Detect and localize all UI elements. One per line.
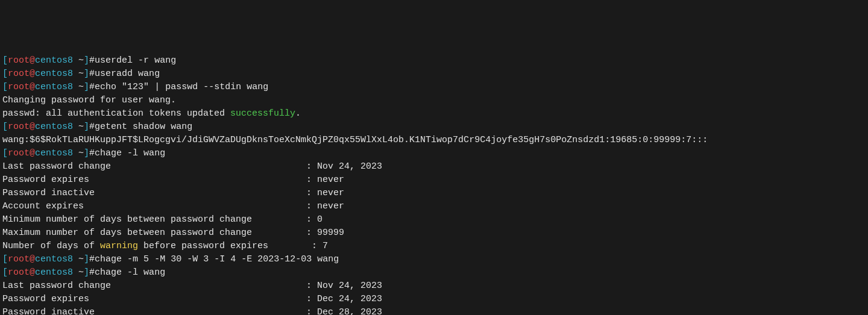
prompt-open: [ bbox=[2, 55, 8, 66]
prompt-hash: # bbox=[89, 122, 95, 132]
prompt-close: ] bbox=[84, 254, 89, 264]
prompt-host: centos8 bbox=[35, 82, 73, 92]
terminal-output[interactable]: [root@centos8 ~]#userdel -r wang [root@c… bbox=[0, 53, 868, 315]
prompt-user: root bbox=[8, 254, 30, 264]
prompt-user: root bbox=[8, 122, 30, 132]
chage1-warning-word: warning bbox=[100, 241, 138, 251]
prompt-user: root bbox=[8, 82, 30, 92]
cmd-chage-set: chage -m 5 -M 30 -W 3 -I 4 -E 2023-12-03… bbox=[95, 254, 339, 264]
chage1-min-days-value: 0 bbox=[317, 214, 322, 225]
prompt-close: ] bbox=[84, 82, 89, 92]
chage1-last-change-value: Nov 24, 2023 bbox=[317, 161, 382, 172]
prompt-open: [ bbox=[2, 122, 8, 132]
prompt-at: @ bbox=[30, 254, 35, 264]
chage2-last-change-label: Last password change : bbox=[2, 281, 317, 291]
chage1-acct-expires-label: Account expires : bbox=[2, 201, 317, 211]
prompt-open: [ bbox=[2, 267, 8, 278]
prompt-tilde: ~ bbox=[73, 254, 84, 264]
chage1-max-days-label: Maximum number of days between password … bbox=[2, 228, 317, 238]
prompt-tilde: ~ bbox=[73, 122, 84, 132]
prompt-close: ] bbox=[84, 122, 89, 132]
out-passwd-changing: Changing password for user wang. bbox=[2, 95, 176, 105]
prompt-user: root bbox=[8, 69, 30, 79]
chage1-pass-inactive-value: never bbox=[317, 188, 344, 198]
prompt-at: @ bbox=[30, 82, 35, 92]
prompt-hash: # bbox=[89, 254, 95, 264]
prompt-tilde: ~ bbox=[73, 267, 84, 278]
chage2-pass-inactive-label: Password inactive : bbox=[2, 307, 317, 315]
cmd-useradd: useradd wang bbox=[95, 69, 160, 79]
prompt-hash: # bbox=[89, 148, 95, 158]
prompt-close: ] bbox=[84, 69, 89, 79]
prompt-hash: # bbox=[89, 69, 95, 79]
prompt-tilde: ~ bbox=[73, 82, 84, 92]
prompt-tilde: ~ bbox=[73, 69, 84, 79]
prompt-tilde: ~ bbox=[73, 148, 84, 158]
prompt-at: @ bbox=[30, 267, 35, 278]
chage1-max-days-value: 99999 bbox=[317, 228, 344, 238]
chage2-pass-expires-value: Dec 24, 2023 bbox=[317, 294, 382, 304]
prompt-host: centos8 bbox=[35, 254, 73, 264]
chage1-warning-value: 7 bbox=[322, 241, 328, 251]
prompt-hash: # bbox=[89, 55, 95, 66]
prompt-host: centos8 bbox=[35, 69, 73, 79]
prompt-open: [ bbox=[2, 82, 8, 92]
chage1-warning-suffix: before password expires : bbox=[138, 241, 322, 251]
chage2-last-change-value: Nov 24, 2023 bbox=[317, 281, 382, 291]
chage1-pass-inactive-label: Password inactive : bbox=[2, 188, 317, 198]
chage2-pass-expires-label: Password expires : bbox=[2, 294, 317, 304]
cmd-chage-list-1: chage -l wang bbox=[95, 148, 165, 158]
prompt-at: @ bbox=[30, 148, 35, 158]
out-successfully: successfully bbox=[230, 108, 295, 119]
prompt-at: @ bbox=[30, 69, 35, 79]
cmd-getent: getent shadow wang bbox=[95, 122, 192, 132]
chage1-min-days-label: Minimum number of days between password … bbox=[2, 214, 317, 225]
prompt-tilde: ~ bbox=[73, 55, 84, 66]
cmd-userdel: userdel -r wang bbox=[95, 55, 176, 66]
prompt-open: [ bbox=[2, 148, 8, 158]
cmd-passwd: echo "123" | passwd --stdin wang bbox=[95, 82, 268, 92]
prompt-close: ] bbox=[84, 267, 89, 278]
prompt-open: [ bbox=[2, 69, 8, 79]
prompt-close: ] bbox=[84, 55, 89, 66]
chage1-warning-prefix: Number of days of bbox=[2, 241, 100, 251]
chage1-last-change-label: Last password change : bbox=[2, 161, 317, 172]
prompt-close: ] bbox=[84, 148, 89, 158]
cmd-chage-list-2: chage -l wang bbox=[95, 267, 165, 278]
prompt-user: root bbox=[8, 55, 30, 66]
chage1-acct-expires-value: never bbox=[317, 201, 344, 211]
prompt-user: root bbox=[8, 148, 30, 158]
prompt-hash: # bbox=[89, 82, 95, 92]
chage1-pass-expires-value: never bbox=[317, 175, 344, 185]
prompt-host: centos8 bbox=[35, 55, 73, 66]
chage1-pass-expires-label: Password expires : bbox=[2, 175, 317, 185]
prompt-hash: # bbox=[89, 267, 95, 278]
out-dot: . bbox=[295, 108, 301, 119]
prompt-at: @ bbox=[30, 55, 35, 66]
out-passwd-tokens: passwd: all authentication tokens update… bbox=[2, 108, 230, 119]
prompt-open: [ bbox=[2, 254, 8, 264]
out-shadow: wang:$6$RokTLaRUHKuppJFT$LRogcgvi/JdiGWV… bbox=[2, 135, 708, 145]
prompt-host: centos8 bbox=[35, 122, 73, 132]
chage2-pass-inactive-value: Dec 28, 2023 bbox=[317, 307, 382, 315]
prompt-host: centos8 bbox=[35, 267, 73, 278]
prompt-host: centos8 bbox=[35, 148, 73, 158]
prompt-at: @ bbox=[30, 122, 35, 132]
prompt-user: root bbox=[8, 267, 30, 278]
